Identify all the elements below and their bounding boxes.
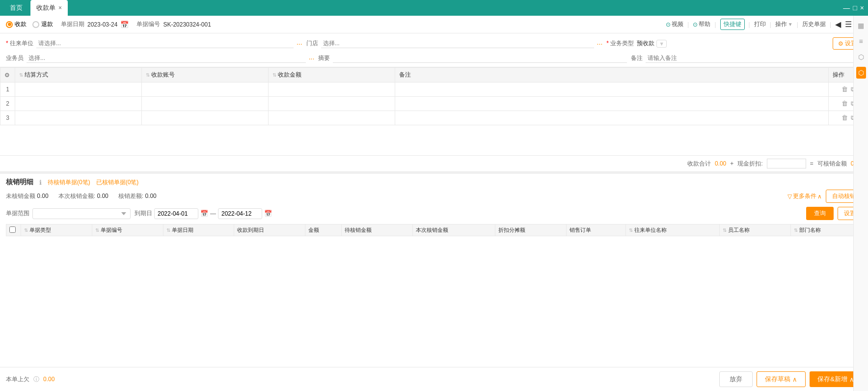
date-from-input[interactable]	[154, 208, 198, 219]
range-select[interactable]	[32, 208, 131, 219]
col-sales-order: 销售订单	[566, 224, 625, 236]
sidebar-table-icon[interactable]: ▦	[856, 20, 866, 31]
this-order-label: 本单上欠	[6, 375, 29, 384]
writeoff-toolbar-right: ▽ 更多条件 ∧ 自动核销	[787, 190, 862, 203]
bottom-bar-right: 放弃 保存草稿 ∧ 保存&新增 ∧	[719, 371, 862, 387]
tab-home[interactable]: 首页	[4, 0, 28, 16]
form-row-1: * 往来单位 ··· 门店 ··· * 业务类型 预收款 ▼ ⚙ 设置	[6, 37, 862, 50]
remark-field: 备注	[631, 54, 862, 63]
main-content: 收款 退款 单据日期 2023-03-24 📅 单据编号 SK-20230324…	[0, 16, 868, 391]
delete-row-2-icon[interactable]: 🗑	[841, 100, 848, 108]
delete-row-3-icon[interactable]: 🗑	[841, 114, 848, 122]
save-draft-arrow-icon[interactable]: ∧	[792, 376, 797, 383]
store-input[interactable]	[321, 39, 594, 48]
abandon-button[interactable]: 放弃	[719, 371, 753, 387]
table-header-amount: ⇅ 收款金额	[268, 68, 395, 83]
more-conditions-link[interactable]: ▽ 更多条件 ∧	[787, 192, 822, 200]
summary-row: 收款合计 0.00 + 现金折扣: = 可核销金额 0.00	[0, 156, 868, 172]
date-from-calendar-icon[interactable]: 📅	[200, 210, 208, 217]
col-partner: ⇅ 往来单位名称	[625, 224, 720, 236]
table-row: 2 🗑 ⧉	[0, 97, 868, 111]
tab-close-icon[interactable]: ×	[58, 4, 62, 11]
summary-input[interactable]	[333, 54, 626, 63]
col-discount: 折扣分摊额	[495, 224, 567, 236]
table-section: ⚙ ⇅ 结算方式 ⇅ 收款账号 ⇅ 收款金额 备注 操作	[0, 67, 868, 156]
number-field-group: 单据编号 SK-20230324-001	[136, 20, 211, 28]
summary-field: 摘要	[318, 54, 626, 63]
sidebar-active-icon[interactable]: ⬡	[856, 67, 866, 79]
radio-return[interactable]: 退款	[32, 20, 53, 28]
print-link[interactable]: 打印	[754, 20, 766, 28]
writeoff-stats: 未核销金额 0.00 本次核销金额: 0.00 核销差额: 0.00 ▽ 更多条…	[6, 190, 862, 203]
save-draft-button[interactable]: 保存草稿 ∧	[757, 371, 806, 387]
table-header-account: ⇅ 收款账号	[141, 68, 268, 83]
close-window-icon[interactable]: ×	[860, 4, 864, 12]
form-row-2: 业务员 ··· 摘要 备注	[6, 54, 862, 63]
calendar-icon[interactable]: 📅	[120, 21, 129, 28]
col-doc-num: ⇅ 单据编号	[92, 224, 163, 236]
staff-field: 业务员 ···	[6, 54, 314, 63]
staff-more-icon[interactable]: ···	[309, 55, 315, 62]
pending-tab[interactable]: 待核销单据(0笔)	[48, 178, 90, 187]
radio-group: 收款 退款	[6, 20, 53, 28]
store-field: 门店 ···	[306, 39, 603, 48]
maximize-icon[interactable]: □	[853, 4, 857, 12]
this-order-value: 0.00	[43, 376, 54, 383]
sidebar-list-icon[interactable]: ≡	[857, 35, 865, 47]
writeoff-header: 核销明细 ℹ 待核销单据(0笔) 已核销单据(0笔)	[6, 178, 862, 187]
store-more-icon[interactable]: ···	[597, 40, 603, 48]
radio-receive[interactable]: 收款	[6, 20, 27, 28]
date-field-group: 单据日期 2023-03-24 📅	[61, 20, 129, 28]
table-gear-icon[interactable]: ⚙	[4, 72, 10, 79]
video-link[interactable]: ⊙ 视频	[666, 20, 683, 28]
date-to-calendar-icon[interactable]: 📅	[264, 210, 272, 217]
col-current: 本次核销金额	[412, 224, 495, 236]
table-header-settings: ⚙	[0, 68, 15, 83]
quickkey-button[interactable]: 快捷键	[720, 19, 745, 30]
table-header-settlement: ⇅ 结算方式	[15, 68, 142, 83]
col-department: ⇅ 部门名称	[791, 224, 862, 236]
sidebar-link-icon[interactable]: ⬡	[856, 51, 866, 63]
help-link[interactable]: ⊙ 帮助	[693, 20, 710, 28]
partner-field: * 往来单位 ···	[6, 39, 302, 48]
chevron-up-icon: ∧	[817, 193, 822, 200]
minimize-icon[interactable]: —	[843, 4, 850, 12]
menu-icon[interactable]: ◀	[835, 20, 841, 29]
col-amount: 金额	[305, 224, 341, 236]
toolbar-row: 收款 退款 单据日期 2023-03-24 📅 单据编号 SK-20230324…	[0, 16, 868, 33]
table-select-all[interactable]	[9, 226, 16, 233]
table-row: 1 🗑 ⧉	[0, 83, 868, 97]
remark-input[interactable]	[646, 54, 862, 63]
writeoff-toolbar: 单据范围 到期日 📅 — 📅 查询 设置	[6, 207, 862, 220]
operation-link[interactable]: 操作 ▼	[775, 20, 793, 28]
gear-settings-icon: ⚙	[838, 40, 843, 47]
writeoff-info-icon[interactable]: ℹ	[39, 179, 42, 186]
history-link[interactable]: 历史单据	[802, 20, 826, 28]
completed-tab[interactable]: 已核销单据(0笔)	[96, 178, 139, 187]
col-doc-date: ⇅ 单据日期	[163, 224, 234, 236]
bottom-table: ⇅ 单据类型 ⇅ 单据编号 ⇅ 单据日期 收款到期日 金额 待核销金额 本次核销…	[6, 224, 862, 236]
staff-input[interactable]	[27, 54, 306, 63]
delete-row-1-icon[interactable]: 🗑	[841, 85, 848, 93]
business-type-field: * 业务类型 预收款 ▼	[606, 39, 829, 48]
query-button[interactable]: 查询	[806, 207, 834, 220]
window-controls: — □ ×	[843, 4, 864, 12]
col-doc-type: ⇅ 单据类型	[21, 224, 92, 236]
right-sidebar: ▦ ≡ ⬡ ⬡	[853, 16, 868, 391]
tab-active[interactable]: 收款单 ×	[30, 0, 68, 16]
table-row: 3 🗑 ⧉	[0, 111, 868, 125]
partner-more-icon[interactable]: ···	[297, 40, 302, 48]
discount-input[interactable]	[767, 159, 806, 168]
bottom-table-section: ⇅ 单据类型 ⇅ 单据编号 ⇅ 单据日期 收款到期日 金额 待核销金额 本次核销…	[6, 224, 862, 236]
date-to-input[interactable]	[218, 208, 262, 219]
tab-bar: 首页 收款单 × — □ ×	[0, 0, 868, 16]
col-pending: 待核销金额	[342, 224, 413, 236]
business-type-select[interactable]: 预收款 ▼	[637, 39, 829, 48]
form-section: * 往来单位 ··· 门店 ··· * 业务类型 预收款 ▼ ⚙ 设置	[0, 33, 868, 67]
business-dropdown-icon[interactable]: ▼	[656, 40, 667, 48]
items-table: ⚙ ⇅ 结算方式 ⇅ 收款账号 ⇅ 收款金额 备注 操作	[0, 67, 868, 125]
table-header-remark: 备注	[395, 68, 829, 83]
bottom-bar: 本单上欠 ⓘ 0.00 放弃 保存草稿 ∧ 保存&新增 ∧	[0, 367, 868, 391]
partner-input[interactable]	[36, 39, 294, 48]
layout-icon[interactable]: ☰	[845, 20, 852, 29]
